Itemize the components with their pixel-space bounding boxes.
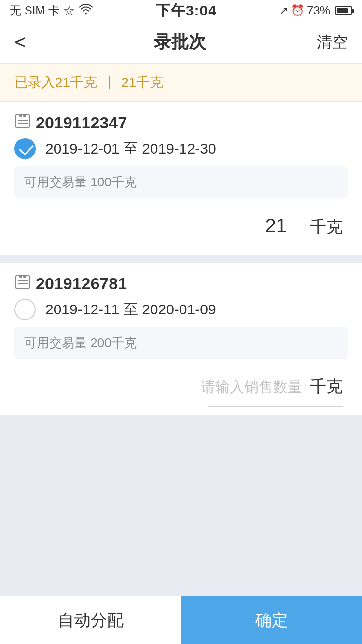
page-title: 录批次 [154, 30, 206, 54]
batch-card-1: 2019112347 2019-12-01 至 2019-12-30 可用交易量… [0, 102, 362, 255]
wifi-icon [79, 3, 93, 18]
total-label: 21千克 [121, 73, 163, 92]
section-divider [0, 255, 362, 263]
batch1-radio[interactable] [14, 138, 36, 159]
battery-icon [335, 6, 352, 15]
alarm-icon: ⏰ [291, 4, 304, 17]
confirm-button[interactable]: 确定 [181, 596, 362, 644]
batch1-quantity-unit: 千克 [310, 216, 343, 238]
batch2-date: 2019-12-11 至 2020-01-09 [45, 300, 216, 320]
svg-rect-0 [15, 115, 30, 127]
batch2-input-unit: 千克 [310, 376, 343, 398]
batch1-avail: 可用交易量 100千克 [14, 166, 348, 198]
recorded-label: 已录入21千克 [14, 73, 97, 92]
batch2-input-placeholder: 请输入销售数量 [201, 378, 302, 397]
status-time: 下午3:04 [156, 1, 217, 21]
summary-divider [109, 76, 110, 89]
batch1-date: 2019-12-01 至 2019-12-30 [45, 139, 216, 159]
battery-percent: 73% [307, 4, 330, 17]
location-icon: ↗ [279, 4, 288, 17]
batch2-avail: 可用交易量 200千克 [14, 327, 348, 359]
batch-card-2: 2019126781 2019-12-11 至 2020-01-09 可用交易量… [0, 263, 362, 415]
bottom-bar: 自动分配 确定 [0, 596, 362, 644]
batch2-input-row[interactable]: 请输入销售数量 千克 [0, 366, 362, 409]
batch2-icon [14, 275, 31, 293]
summary-bar: 已录入21千克 21千克 [0, 64, 362, 102]
svg-rect-5 [15, 276, 30, 288]
batch2-date-row[interactable]: 2019-12-11 至 2020-01-09 [0, 299, 362, 327]
batch1-icon [14, 114, 31, 132]
auto-distribute-button[interactable]: 自动分配 [0, 596, 181, 644]
batch1-header: 2019112347 [0, 102, 362, 138]
no-sim-label: 无 SIM 卡 ☆ [10, 3, 75, 18]
content-spacer [0, 415, 362, 598]
batch1-quantity-row: 21 千克 [0, 205, 362, 250]
clear-button[interactable]: 清空 [317, 32, 348, 53]
svg-rect-2 [23, 114, 26, 117]
batch2-radio[interactable] [14, 299, 36, 320]
nav-bar: < 录批次 清空 [0, 21, 362, 64]
batch2-header: 2019126781 [0, 263, 362, 299]
svg-rect-6 [19, 275, 22, 278]
batch1-quantity-value[interactable]: 21 [265, 215, 287, 237]
status-left: 无 SIM 卡 ☆ [10, 3, 93, 18]
back-button[interactable]: < [14, 31, 43, 53]
status-bar: 无 SIM 卡 ☆ 下午3:04 ↗ ⏰ 73% [0, 0, 362, 21]
svg-rect-7 [23, 275, 26, 278]
batch1-date-row[interactable]: 2019-12-01 至 2019-12-30 [0, 138, 362, 166]
batch1-id: 2019112347 [36, 113, 127, 132]
status-right: ↗ ⏰ 73% [279, 4, 352, 17]
batch2-id: 2019126781 [36, 274, 127, 293]
svg-rect-1 [19, 114, 22, 117]
